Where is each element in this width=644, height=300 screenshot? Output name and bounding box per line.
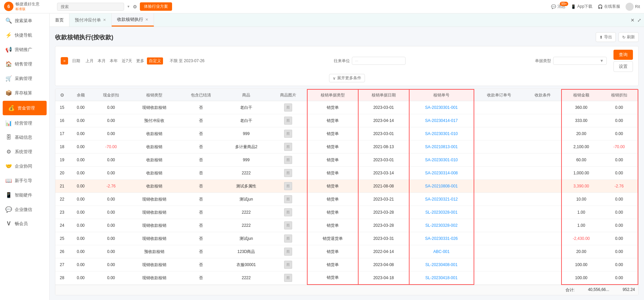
cell-balance: 0.00 bbox=[69, 245, 93, 258]
partner-select[interactable]: ··· bbox=[352, 57, 406, 65]
filter-row-1: » 日期 上月 本月 本年 近7天 更多 自定义 不限 至 2023-07-26 bbox=[61, 50, 633, 72]
cell-writeoff-bill-no[interactable]: SL-20230418-001 bbox=[409, 271, 474, 285]
date-opt-more[interactable]: 更多 bbox=[135, 57, 146, 65]
gear-icon[interactable]: ⚙ bbox=[133, 4, 137, 9]
cell-goods-img: 图 bbox=[270, 101, 307, 114]
cell-writeoff-bill-no[interactable]: SA-20230314-008 bbox=[409, 167, 474, 180]
search-input[interactable] bbox=[57, 3, 124, 11]
bill-type-select[interactable]: ▼ bbox=[553, 57, 607, 65]
date-opt-this-year[interactable]: 本年 bbox=[108, 57, 119, 65]
sidebar-item-purchase-mgmt[interactable]: 🛒 采购管理 bbox=[0, 71, 49, 86]
tab-prepay[interactable]: 预付冲应付单 ✕ bbox=[69, 13, 112, 27]
industry-btn[interactable]: 体验行业方案 bbox=[140, 2, 172, 11]
th-write-off-type: 核销类型 bbox=[129, 89, 179, 101]
sidebar-item-sales-mgmt[interactable]: 🏠 销售管理 bbox=[0, 57, 49, 71]
sidebar-item-operation-mgmt[interactable]: 📊 经营管理 bbox=[0, 116, 49, 130]
th-writeoff-bill-type: 核销单据类型 bbox=[307, 89, 358, 101]
sidebar-item-beginner[interactable]: 📖 新手引导 bbox=[0, 173, 49, 188]
cell-goods: 老白干 bbox=[223, 114, 270, 127]
cell-writeoff-bill-type: 销货单 bbox=[307, 245, 358, 258]
sidebar-item-inventory[interactable]: 📦 库存核算 bbox=[0, 86, 49, 100]
cell-writeoff-bill-no[interactable]: SA-20230301-010 bbox=[409, 154, 474, 167]
sidebar-item-basic-info[interactable]: 🗄 基础信息 bbox=[0, 130, 49, 144]
tab-expand-icon[interactable]: ⤢ bbox=[637, 17, 641, 23]
cell-writeoff-bill-date: 2023-04-14 bbox=[358, 114, 409, 127]
th-writeoff-bill-no: 核销单号 bbox=[409, 89, 474, 101]
cell-writeoff-bill-no[interactable]: SA-20230301-010 bbox=[409, 127, 474, 140]
tab-collection[interactable]: 收款核销执行 ✕ bbox=[112, 13, 154, 27]
cell-row-id: 16 bbox=[55, 114, 69, 127]
cell-goods: 衣服00001 bbox=[223, 258, 270, 271]
sidebar-item-quick-nav[interactable]: ⚡ 快捷导航 bbox=[0, 28, 49, 42]
cell-receipt-order-no bbox=[474, 127, 524, 140]
sidebar-item-marketing[interactable]: 📢 营销推广 bbox=[0, 42, 49, 57]
cell-receipt-terms bbox=[524, 154, 562, 167]
settings-button[interactable]: 设置 bbox=[613, 61, 633, 72]
sidebar-item-system-mgmt[interactable]: ⚙ 系统管理 bbox=[0, 144, 49, 159]
sidebar-item-corp-collab[interactable]: 🤝 企业协同 bbox=[0, 159, 49, 173]
cell-writeoff-bill-date: 2021-08-13 bbox=[358, 140, 409, 154]
date-opt-this-month[interactable]: 本月 bbox=[96, 57, 107, 65]
cell-cash-discount: 0.00 bbox=[93, 271, 129, 285]
cell-writeoff-amount: 100.00 bbox=[561, 271, 600, 285]
notification-bell[interactable]: 💬 消息 99+ bbox=[551, 4, 566, 9]
query-button[interactable]: 查询 bbox=[613, 50, 633, 60]
sales-icon: 🏠 bbox=[5, 61, 12, 67]
cell-writeoff-bill-no[interactable]: SL-20230408-001 bbox=[409, 258, 474, 271]
table-row: 21 0.00 -2.76 收款核销 否 测试多属性 图 销货单 2021-08… bbox=[55, 180, 638, 193]
cell-writeoff-bill-no[interactable]: SA-20230414-017 bbox=[409, 114, 474, 127]
search-icon: 🔍 bbox=[5, 17, 12, 24]
expand-more-btn[interactable]: ∨ 展开更多条件 bbox=[329, 74, 365, 82]
dropdown-arrow-icon: ▼ bbox=[127, 5, 130, 8]
sidebar-item-vip-member[interactable]: V 畅会员 bbox=[0, 217, 49, 231]
cell-cash-discount: 0.00 bbox=[93, 127, 129, 140]
sidebar-item-search-menu[interactable]: 🔍 搜索菜单 bbox=[0, 13, 49, 28]
cell-include-settled: 否 bbox=[179, 193, 223, 206]
cell-include-settled: 否 bbox=[179, 101, 223, 114]
th-settings[interactable]: ⚙ bbox=[55, 89, 69, 101]
cell-receipt-order-no bbox=[474, 114, 524, 127]
cell-writeoff-bill-type: 销货单 bbox=[307, 127, 358, 140]
cell-writeoff-bill-no[interactable]: SL-20230328-002 bbox=[409, 219, 474, 232]
th-cash-discount: 现金折扣 bbox=[93, 89, 129, 101]
cell-receipt-terms bbox=[524, 140, 562, 154]
app-download[interactable]: 📱 App下载 bbox=[571, 4, 592, 9]
filter-expand-arrow[interactable]: » bbox=[61, 57, 68, 65]
table-row: 16 0.00 0.00 预付冲应收 否 老白干 图 销货单 2023-04-1… bbox=[55, 114, 638, 127]
cell-balance: 0.00 bbox=[69, 193, 93, 206]
tab-close-all-icon[interactable]: ✕ bbox=[631, 17, 635, 23]
cell-writeoff-amount: 2,100.00 bbox=[561, 140, 600, 154]
date-opt-last-month[interactable]: 上月 bbox=[84, 57, 95, 65]
cell-writeoff-bill-date: 2023-03-01 bbox=[358, 127, 409, 140]
cell-writeoff-bill-no[interactable]: SA-20230331-026 bbox=[409, 232, 474, 245]
th-balance: 余额 bbox=[69, 89, 93, 101]
cell-writeoff-bill-no[interactable]: SA-20210813-001 bbox=[409, 140, 474, 154]
cell-writeoff-bill-no[interactable]: SA-20210808-001 bbox=[409, 180, 474, 193]
page-title: 收款核销执行(按收款) bbox=[55, 33, 113, 41]
cell-writeoff-bill-no[interactable]: SL-20230328-001 bbox=[409, 206, 474, 219]
refresh-button[interactable]: ↻ 刷新 bbox=[619, 32, 639, 42]
cell-goods-img: 图 bbox=[270, 140, 307, 154]
tab-home[interactable]: 首页 bbox=[50, 13, 69, 27]
tab-collection-close[interactable]: ✕ bbox=[145, 17, 148, 22]
date-opt-7days[interactable]: 近7天 bbox=[120, 57, 133, 65]
cell-writeoff-bill-no[interactable]: SA-20230301-001 bbox=[409, 101, 474, 114]
tab-controls: ✕ ⤢ bbox=[628, 13, 644, 27]
cell-writeoff-bill-no[interactable]: ABC-001 bbox=[409, 245, 474, 258]
user-info[interactable]: Rit bbox=[626, 3, 640, 11]
sidebar-item-smart-hw[interactable]: 📱 智能硬件 bbox=[0, 188, 49, 202]
cell-goods: 2222 bbox=[223, 219, 270, 232]
online-service[interactable]: 🎧 在线客服 bbox=[598, 4, 620, 9]
cell-write-off-type: 现销收款核销 bbox=[129, 232, 179, 245]
quick-nav-icon: ⚡ bbox=[5, 32, 12, 38]
cell-include-settled: 否 bbox=[179, 206, 223, 219]
cell-writeoff-bill-no[interactable]: SA-20230321-012 bbox=[409, 193, 474, 206]
sidebar-item-fund-mgmt[interactable]: 💰 资金管理 bbox=[3, 101, 47, 115]
sidebar-item-enterprise-wechat[interactable]: 💬 企业微信 bbox=[0, 202, 49, 217]
column-settings-icon[interactable]: ⚙ bbox=[60, 92, 64, 98]
cell-writeoff-bill-type: 销货单 bbox=[307, 140, 358, 154]
tab-prepay-close[interactable]: ✕ bbox=[103, 18, 106, 22]
export-icon: ⬆ bbox=[599, 35, 603, 40]
export-button[interactable]: ⬆ 导出 bbox=[596, 32, 616, 42]
date-custom[interactable]: 自定义 bbox=[147, 57, 163, 65]
